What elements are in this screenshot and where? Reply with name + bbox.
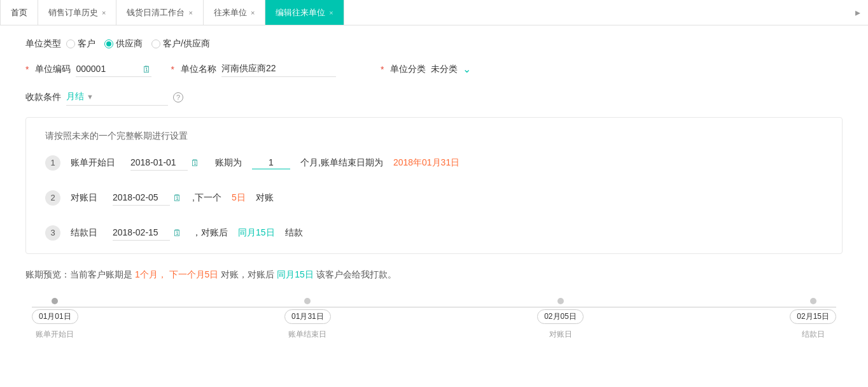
payment-row: 收款条件 月结 ▼ ?: [25, 88, 843, 106]
tab-partner[interactable]: 往来单位 ×: [204, 0, 265, 25]
payment-dropdown[interactable]: 月结 ▼: [66, 88, 168, 106]
radio-both-label: 客户/供应商: [163, 38, 210, 50]
radio-customer-label: 客户: [78, 38, 95, 50]
radio-customer-circle: [66, 39, 75, 48]
payment-dropdown-arrow: ▼: [87, 93, 94, 101]
unit-code-label: 单位编码: [35, 64, 71, 75]
timeline-points: 01月01日 账单开始日 01月31日 账单结束日 02月05日 对账日 02月…: [32, 298, 836, 340]
radio-customer[interactable]: 客户: [66, 38, 95, 50]
period-num-1: 1: [45, 155, 60, 171]
timeline-dot-2: [304, 298, 311, 304]
period-end-date: 2018年01月31日: [393, 157, 459, 169]
preview-section: 账期预览：当前客户账期是 1个月， 下一个月5日 对账，对账后 同月15日 该客…: [25, 267, 843, 283]
period-suffix-2: 对账: [256, 192, 274, 204]
period-date-input-3[interactable]: [113, 225, 170, 241]
unit-name-label: 单位名称: [181, 64, 216, 75]
period-num-2: 2: [45, 190, 60, 206]
payment-value: 月结: [66, 91, 84, 102]
timeline-date-1: 01月01日: [32, 309, 78, 324]
tab-partner-close[interactable]: ×: [251, 9, 255, 17]
unit-code-input-wrap: 🗓: [76, 61, 151, 77]
period-date-input-2[interactable]: [113, 190, 170, 206]
tab-cash-label: 钱货日清工作台: [127, 7, 185, 18]
main-content: 单位类型 客户 供应商 客户/供应商 * 单位编码: [0, 25, 868, 387]
radio-supplier[interactable]: 供应商: [104, 38, 143, 50]
preview-part3: 对账，对账后: [221, 269, 274, 279]
radio-supplier-circle: [104, 39, 113, 48]
radio-both-circle: [151, 39, 160, 48]
payment-help-icon[interactable]: ?: [173, 92, 183, 102]
timeline-sublabel-4: 结款日: [802, 329, 825, 340]
timeline-point-3: 02月05日 对账日: [537, 298, 584, 340]
period-prefix-2: ,下一个: [192, 192, 221, 204]
tab-edit-partner-label: 编辑往来单位: [276, 7, 325, 18]
radio-supplier-label: 供应商: [116, 38, 143, 50]
unit-type-row: 单位类型 客户 供应商 客户/供应商: [25, 38, 843, 50]
period-date-3: 🗓: [113, 225, 182, 241]
tab-sales-label: 销售订单历史: [48, 7, 98, 18]
unit-class-select[interactable]: 未分类 ⌄: [431, 63, 471, 75]
period-prefix-3: ，对账后: [192, 227, 228, 239]
timeline-date-3: 02月05日: [537, 309, 584, 324]
timeline-sublabel-1: 账单开始日: [36, 329, 74, 340]
timeline-date-2: 01月31日: [284, 309, 331, 324]
tab-scroll-right[interactable]: ▸: [848, 6, 868, 18]
unit-class-label: 单位分类: [390, 64, 426, 75]
tab-partner-label: 往来单位: [214, 7, 247, 18]
tab-bar: 首页 销售订单历史 × 钱货日清工作台 × 往来单位 × 编辑往来单位 × ▸: [0, 0, 868, 25]
tab-home-label: 首页: [11, 7, 27, 18]
tab-edit-partner-close[interactable]: ×: [329, 9, 333, 17]
radio-both[interactable]: 客户/供应商: [151, 38, 210, 50]
unit-code-field: * 单位编码 🗓: [25, 61, 151, 77]
tab-edit-partner[interactable]: 编辑往来单位 ×: [265, 0, 344, 25]
unit-class-arrow[interactable]: ⌄: [463, 63, 471, 75]
period-label-1: 账单开始日: [71, 157, 115, 169]
timeline-point-1: 01月01日 账单开始日: [32, 298, 78, 340]
unit-class-field: * 单位分类 未分类 ⌄: [381, 63, 471, 75]
tab-sales-history[interactable]: 销售订单历史 ×: [38, 0, 116, 25]
period-date-1: 🗓: [130, 155, 200, 171]
period-cal-1[interactable]: 🗓: [190, 157, 200, 168]
tab-cash-work[interactable]: 钱货日清工作台 ×: [116, 0, 203, 25]
timeline-sublabel-3: 对账日: [549, 329, 572, 340]
period-months-input[interactable]: [252, 156, 290, 169]
unit-code-star: *: [25, 64, 29, 74]
unit-name-input[interactable]: [221, 61, 336, 77]
period-title: 请按照未来的一个完整帐期进行设置: [45, 130, 823, 142]
period-cal-2[interactable]: 🗓: [172, 192, 182, 203]
period-num-3: 3: [45, 225, 60, 241]
timeline-point-4: 02月15日 结款日: [790, 298, 836, 340]
tab-home[interactable]: 首页: [0, 0, 38, 25]
unit-type-field: 单位类型 客户 供应商 客户/供应商: [25, 38, 210, 50]
timeline-dot-1: [52, 298, 58, 304]
period-label-3: 结款日: [71, 227, 97, 239]
unit-code-input[interactable]: [76, 61, 139, 76]
unit-name-star: *: [171, 64, 174, 74]
timeline-dot-4: [810, 298, 816, 304]
preview-part4: 同月15日: [277, 269, 314, 279]
preview-prefix: 账期预览：当前客户账期是: [25, 269, 132, 279]
timeline-dot-3: [557, 298, 564, 304]
period-cal-3[interactable]: 🗓: [172, 227, 182, 238]
period-settings-box: 请按照未来的一个完整帐期进行设置 1 账单开始日 🗓 账期为 个月,账单结束日期…: [25, 117, 843, 254]
unit-class-star: *: [381, 64, 384, 74]
tab-sales-close[interactable]: ×: [102, 9, 106, 17]
payment-label: 收款条件: [25, 92, 61, 103]
timeline: 01月01日 账单开始日 01月31日 账单结束日 02月05日 对账日 02月…: [25, 298, 843, 340]
payment-field: 收款条件 月结 ▼ ?: [25, 88, 183, 106]
period-row-3: 3 结款日 🗓 ，对账后 同月15日 结款: [45, 225, 823, 241]
period-row-2: 2 对账日 🗓 ,下一个 5日 对账: [45, 190, 823, 206]
tab-cash-close[interactable]: ×: [188, 9, 192, 17]
timeline-date-4: 02月15日: [790, 309, 836, 324]
period-date-input-1[interactable]: [130, 155, 188, 171]
timeline-sublabel-2: 账单结束日: [288, 329, 326, 340]
unit-type-label: 单位类型: [25, 38, 61, 50]
period-label-2: 对账日: [71, 192, 97, 204]
period-unit-1: 个月,账单结束日期为: [300, 157, 383, 169]
preview-part2: 下一个月5日: [169, 269, 219, 279]
radio-group: 客户 供应商 客户/供应商: [66, 38, 210, 50]
preview-suffix: 该客户会给我打款。: [316, 269, 396, 279]
period-day-highlight: 5日: [232, 192, 246, 204]
unit-class-value: 未分类: [431, 64, 458, 75]
unit-code-icon[interactable]: 🗓: [142, 64, 151, 74]
